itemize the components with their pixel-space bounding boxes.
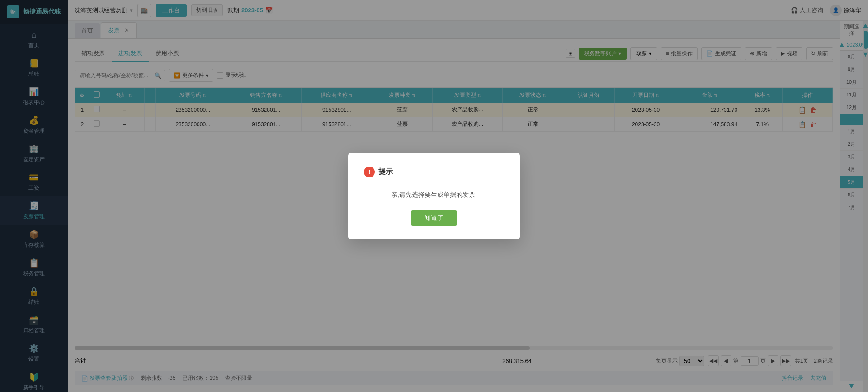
dialog-title-row: ! 提示: [364, 167, 504, 177]
confirm-button[interactable]: 知道了: [411, 210, 457, 226]
alert-dialog: ! 提示 亲,请先选择要生成单据的发票! 知道了: [348, 153, 520, 239]
dialog-message: 亲,请先选择要生成单据的发票!: [364, 186, 504, 210]
warning-icon: !: [364, 167, 375, 177]
dialog-overlay: ! 提示 亲,请先选择要生成单据的发票! 知道了: [0, 0, 868, 392]
dialog-footer: 知道了: [364, 210, 504, 226]
dialog-title-text: 提示: [378, 167, 393, 177]
